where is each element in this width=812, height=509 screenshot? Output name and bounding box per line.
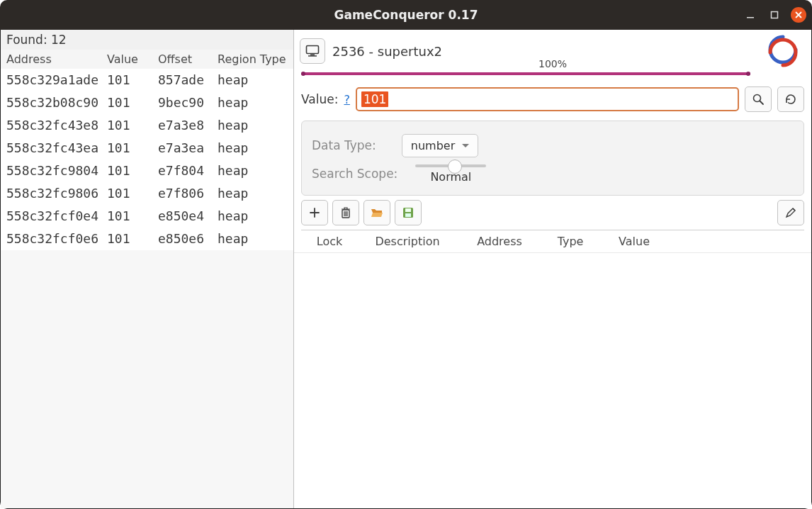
table-row[interactable]: 558c32fcf0e4101e850e4heap — [1, 205, 293, 228]
cell-val: 101 — [107, 184, 158, 203]
scope-slider-thumb[interactable] — [448, 160, 462, 174]
saved-col-addr[interactable]: Address — [457, 235, 542, 248]
svg-rect-9 — [405, 208, 411, 212]
cell-off: 9bec90 — [158, 93, 218, 113]
svg-rect-4 — [308, 55, 317, 57]
found-prefix: Found: — [6, 33, 47, 47]
cell-off: e7f806 — [158, 184, 218, 203]
col-value[interactable]: Value — [107, 52, 158, 66]
save-icon — [402, 207, 414, 218]
main-pane: 2536 - supertux2 100% Value: ? — [294, 30, 811, 508]
table-row[interactable]: 558c32fc43ea101e7a3eaheap — [1, 137, 293, 160]
window-title: GameConqueror 0.17 — [334, 8, 478, 22]
svg-rect-2 — [307, 46, 319, 54]
table-row[interactable]: 558c32b08c901019bec90heap — [1, 91, 293, 114]
cell-val: 101 — [107, 70, 158, 90]
col-region[interactable]: Region Type — [218, 52, 288, 66]
saved-toolbar — [301, 200, 804, 230]
saved-col-lock[interactable]: Lock — [301, 235, 358, 248]
client-area: Found: 12 Address Value Offset Region Ty… — [0, 30, 812, 509]
edit-button[interactable] — [777, 200, 804, 225]
cell-addr: 558c32fcf0e6 — [6, 229, 107, 249]
trash-icon — [340, 206, 351, 219]
data-type-select[interactable]: number — [402, 134, 478, 157]
cell-reg: heap — [218, 70, 288, 90]
cell-addr: 558c32b08c90 — [6, 93, 107, 113]
close-button[interactable] — [791, 7, 806, 23]
scope-slider[interactable] — [415, 164, 486, 167]
saved-body[interactable] — [294, 253, 811, 508]
progress-bar — [301, 72, 750, 75]
table-row[interactable]: 558c32fcf0e6101e850e6heap — [1, 228, 293, 250]
col-address[interactable]: Address — [6, 52, 107, 66]
table-row[interactable]: 558c32fc43e8101e7a3e8heap — [1, 114, 293, 137]
cell-reg: heap — [218, 93, 288, 113]
search-button[interactable] — [745, 86, 772, 112]
saved-col-type[interactable]: Type — [542, 235, 599, 248]
save-button[interactable] — [395, 200, 422, 225]
cell-reg: heap — [218, 206, 288, 226]
data-type-value: number — [411, 139, 455, 152]
value-input[interactable]: 101 — [356, 87, 739, 111]
delete-button[interactable] — [332, 200, 359, 225]
results-pane: Found: 12 Address Value Offset Region Ty… — [1, 30, 294, 508]
pencil-icon — [785, 207, 796, 218]
svg-rect-3 — [310, 55, 315, 56]
cell-addr: 558c32fc43e8 — [6, 116, 107, 135]
cell-addr: 558c32fc9806 — [6, 184, 107, 203]
saved-header: Lock Description Address Type Value — [294, 230, 811, 253]
value-label: Value: — [301, 92, 338, 106]
process-label: 2536 - supertux2 — [332, 44, 442, 59]
value-row: Value: ? 101 — [294, 75, 811, 118]
cell-reg: heap — [218, 229, 288, 249]
cell-val: 101 — [107, 206, 158, 226]
titlebar: GameConqueror 0.17 — [0, 0, 812, 30]
results-body[interactable]: 558c329a1ade101857adeheap558c32b08c90101… — [1, 69, 293, 250]
data-type-label: Data Type: — [312, 138, 376, 152]
saved-col-desc[interactable]: Description — [358, 235, 457, 248]
window-controls — [743, 0, 806, 30]
cell-addr: 558c329a1ade — [6, 70, 107, 90]
col-offset[interactable]: Offset — [158, 52, 218, 66]
saved-col-value[interactable]: Value — [599, 235, 670, 248]
cell-val: 101 — [107, 93, 158, 113]
maximize-button[interactable] — [767, 7, 782, 23]
cell-off: e7a3e8 — [158, 116, 218, 135]
cell-reg: heap — [218, 138, 288, 158]
process-area: 2536 - supertux2 100% Value: ? — [294, 30, 811, 230]
plus-icon — [309, 207, 320, 218]
cell-reg: heap — [218, 116, 288, 135]
svg-line-6 — [760, 101, 764, 105]
table-row[interactable]: 558c32fc9804101e7f804heap — [1, 160, 293, 182]
svg-rect-1 — [772, 12, 778, 18]
table-row[interactable]: 558c32fc9806101e7f806heap — [1, 182, 293, 205]
cell-off: e850e6 — [158, 229, 218, 249]
progress-percent: 100% — [294, 58, 811, 69]
found-number: 12 — [51, 33, 67, 47]
cell-val: 101 — [107, 229, 158, 249]
search-icon — [752, 93, 765, 106]
cell-off: 857ade — [158, 70, 218, 90]
refresh-button[interactable] — [777, 86, 804, 112]
open-button[interactable] — [363, 200, 390, 225]
cell-val: 101 — [107, 161, 158, 181]
svg-rect-10 — [405, 213, 411, 217]
cell-val: 101 — [107, 138, 158, 158]
value-input-text: 101 — [361, 91, 388, 107]
cell-reg: heap — [218, 161, 288, 181]
monitor-icon — [305, 45, 320, 57]
results-header: Address Value Offset Region Type — [1, 50, 293, 69]
cell-off: e7a3ea — [158, 138, 218, 158]
refresh-icon — [784, 93, 797, 106]
cell-addr: 558c32fcf0e4 — [6, 206, 107, 226]
table-row[interactable]: 558c329a1ade101857adeheap — [1, 69, 293, 91]
add-button[interactable] — [301, 200, 328, 225]
value-help-link[interactable]: ? — [344, 93, 350, 106]
svg-rect-0 — [747, 17, 754, 18]
cell-reg: heap — [218, 184, 288, 203]
settings-panel: Data Type: number Search Scope: Normal — [301, 121, 804, 196]
minimize-button[interactable] — [743, 7, 758, 23]
cell-off: e7f804 — [158, 161, 218, 181]
cell-addr: 558c32fc9804 — [6, 161, 107, 181]
found-count: Found: 12 — [1, 30, 293, 50]
